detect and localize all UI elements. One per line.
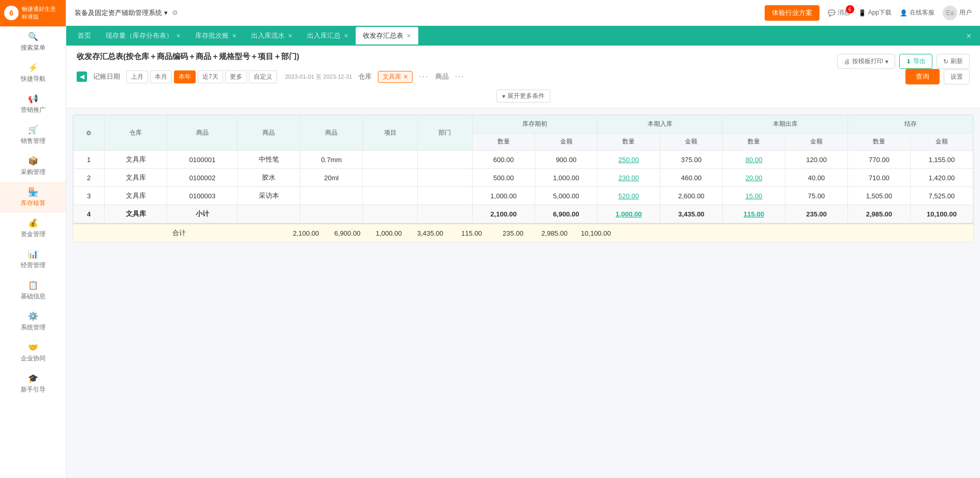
th-bal-qty: 数量 [848,133,911,151]
data-table-container: ⚙ 仓库 商品 商品 商品 项目 部门 库存期初 本期入库 本期出库 结存 [72,114,974,242]
tab-inout-summary-close[interactable]: ✕ [344,33,348,39]
th-in-amt: 金额 [660,133,723,151]
th-init-amt: 金额 [535,133,597,151]
tab-home[interactable]: 首页 [70,27,98,45]
cell-goods-2: 采访本 [238,187,300,205]
sidebar-item-label-purchase: 采购管理 [21,168,46,177]
query-btn[interactable]: 查询 [905,69,940,84]
warehouse-filter-more[interactable]: ··· [419,72,429,81]
gear-settings-icon[interactable]: ⚙ [172,9,178,17]
footer-out-amt: 235.00 [492,229,534,237]
cell-warehouse-1: 文具库 [105,169,167,187]
tabs-close-all[interactable]: ✕ [962,32,976,40]
page-area: 收发存汇总表(按仓库＋商品编码＋商品＋规格型号＋项目＋部门) 🖨 按模板打印 ▾… [66,46,980,478]
cell-spec-1: 20ml [300,169,363,187]
tab-inventory-dist-close[interactable]: ✕ [176,33,181,39]
warehouse-label: 仓库 [358,72,372,81]
sidebar-item-business[interactable]: 📊 经营管理 [0,244,66,275]
sidebar-item-sales[interactable]: 🛒 销售管理 [0,120,66,151]
sidebar-item-system[interactable]: ⚙️ 系统管理 [0,306,66,337]
export-icon: ⬇ [906,58,911,65]
subtotal-bal-amt: 10,100.00 [910,205,973,223]
sidebar-logo: 6 畅捷通好生意 标准版 [0,0,66,26]
goods-filter-more[interactable]: ··· [455,72,465,81]
th-gear[interactable]: ⚙ [74,115,105,151]
th-init-qty: 数量 [472,133,535,151]
footer-bal-qty: 2,985.00 [534,229,575,237]
online-service-item[interactable]: 👤 在线客服 [900,8,934,17]
cell-in-qty-2[interactable]: 520.00 [597,187,660,205]
sidebar-item-marketing[interactable]: 📢 营销推广 [0,89,66,120]
cell-out-qty-0[interactable]: 80.00 [723,151,785,169]
tab-inout-summary[interactable]: 出入库汇总 ✕ [300,27,356,45]
date-btn-custom[interactable]: 自定义 [249,70,277,83]
th-out-period: 本期出库 [723,115,848,133]
message-item[interactable]: 💬 消息 6 [828,8,850,17]
cell-in-amt-1: 460.00 [660,169,723,187]
refresh-btn[interactable]: ↻ 刷新 [937,54,970,69]
cell-out-qty-2[interactable]: 15.00 [723,187,785,205]
warehouse-tag: 文具库 ✕ [378,71,413,83]
date-btn-this-year[interactable]: 本年 [174,70,196,83]
export-btn[interactable]: ⬇ 导出 [899,54,932,69]
sidebar-item-basic[interactable]: 📋 基础信息 [0,275,66,306]
subtotal-sub-label: 小计 [167,205,238,223]
cell-bal-amt-0: 1,155.00 [910,151,973,169]
app-download-label: App下载 [868,8,891,17]
tab-inout-flow-close[interactable]: ✕ [288,33,292,39]
subtotal-in-qty[interactable]: 1,000.00 [597,205,660,223]
subtotal-bal-qty: 2,985.00 [848,205,911,223]
cell-in-qty-1[interactable]: 230.00 [597,169,660,187]
table-row: 2 文具库 0100002 胶水 20ml 500.00 1,000.00 23… [74,169,973,187]
finance-icon: 💰 [28,218,38,228]
cell-dept-0 [417,151,472,169]
subtotal-out-qty[interactable]: 115.00 [723,205,785,223]
print-btn[interactable]: 🖨 按模板打印 ▾ [837,54,895,69]
print-icon: 🖨 [844,58,850,65]
app-download-item[interactable]: 📱 App下载 [858,8,891,17]
cell-in-qty-0[interactable]: 250.00 [597,151,660,169]
footer-out-qty: 115.00 [451,229,492,237]
sidebar-item-inventory[interactable]: 🏪 库存核算 [0,182,66,213]
logo-icon: 6 [4,6,19,20]
tab-inventory-dist[interactable]: 现存量（库存分布表） ✕ [98,27,188,45]
table-row: 1 文具库 0100001 中性笔 0.7mm 600.00 900.00 25… [74,151,973,169]
date-btn-more[interactable]: 更多 [225,70,247,83]
system-select[interactable]: 装备及固定资产辅助管理系统 ▾ [75,8,168,18]
tab-batch-close[interactable]: ✕ [232,33,237,39]
sidebar-item-enterprise[interactable]: 🤝 企业协同 [0,337,66,368]
online-service-label: 在线客服 [910,8,934,17]
expand-conditions-btn[interactable]: ▾ 展开更多条件 [496,90,550,103]
cell-bal-qty-1: 710.00 [848,169,911,187]
sidebar-item-label-finance: 资金管理 [21,230,46,239]
tab-recv-send-close[interactable]: ✕ [406,33,411,39]
cell-warehouse-2: 文具库 [105,187,167,205]
sidebar-item-quick[interactable]: ⚡ 快捷导航 [0,57,66,89]
footer-bal-amt: 10,100.00 [575,229,617,237]
warehouse-tag-close[interactable]: ✕ [403,74,408,80]
tab-inout-flow[interactable]: 出入库流水 ✕ [244,27,300,45]
tab-recv-send[interactable]: 收发存汇总表 ✕ [356,27,418,45]
cell-bal-qty-2: 1,505.00 [848,187,911,205]
date-btn-7days[interactable]: 近7天 [198,70,223,83]
business-icon: 📊 [28,249,38,259]
date-btn-last-month[interactable]: 上月 [126,70,148,83]
sidebar-item-guide[interactable]: 🎓 新手引导 [0,368,66,399]
date-btn-this-month[interactable]: 本月 [150,70,172,83]
sidebar-item-label-enterprise: 企业协同 [21,354,46,363]
purchase-icon: 📦 [28,156,38,166]
cell-out-qty-1[interactable]: 20.00 [723,169,785,187]
table-row: 3 文具库 0100003 采访本 1,000.00 5,000.00 520.… [74,187,973,205]
tab-home-label: 首页 [78,31,91,40]
try-btn[interactable]: 体验行业方案 [765,5,820,21]
sidebar-item-finance[interactable]: 💰 资金管理 [0,213,66,244]
sidebar-item-search[interactable]: 🔍 搜索菜单 [0,26,66,57]
sidebar-item-purchase[interactable]: 📦 采购管理 [0,151,66,182]
date-range: 2023-01-01 至 2023-12-31 [285,73,353,81]
user-item[interactable]: Ea 用户 [943,6,972,20]
cell-goods-1: 胶水 [238,169,300,187]
tab-batch[interactable]: 库存批次账 ✕ [188,27,244,45]
filter-collapse-btn[interactable]: ◀ [77,71,87,82]
setting-btn[interactable]: 设置 [944,69,970,84]
cell-code-0: 0100001 [167,151,238,169]
